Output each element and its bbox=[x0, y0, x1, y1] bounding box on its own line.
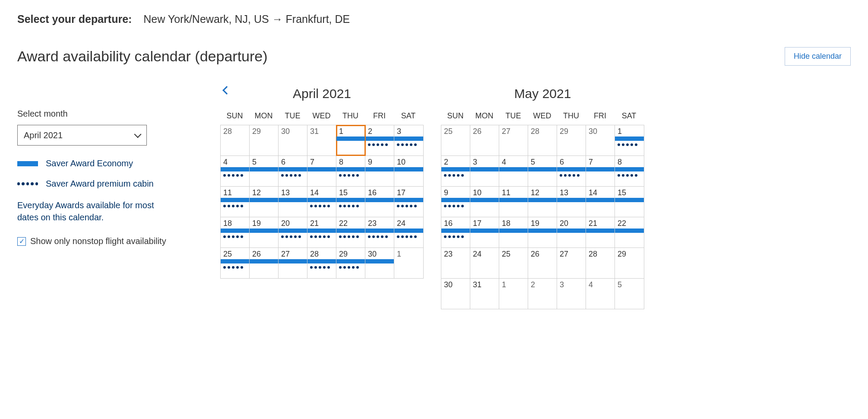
day-number: 26 bbox=[250, 248, 278, 259]
calendar-day[interactable]: 8 bbox=[615, 156, 644, 186]
calendar-day[interactable]: 8 bbox=[336, 156, 365, 186]
calendar-day[interactable]: 19 bbox=[250, 217, 279, 248]
calendar-day[interactable]: 27 bbox=[557, 248, 586, 278]
calendar-day[interactable]: 4 bbox=[221, 156, 250, 186]
calendar-day[interactable]: 13 bbox=[557, 187, 586, 217]
calendar-day[interactable]: 21 bbox=[586, 217, 615, 248]
day-number: 10 bbox=[470, 187, 499, 197]
calendar-title-row: April 2021 bbox=[220, 83, 424, 105]
calendar-day[interactable]: 6 bbox=[557, 156, 586, 186]
calendar-day[interactable]: 17 bbox=[470, 217, 499, 248]
calendar-day[interactable]: 22 bbox=[615, 217, 644, 248]
calendar-day[interactable]: 26 bbox=[528, 248, 557, 278]
calendar-row: 11121314151617 bbox=[221, 187, 423, 217]
day-number: 29 bbox=[250, 125, 278, 136]
calendar-day[interactable]: 5 bbox=[528, 156, 557, 186]
premium-availability-dots bbox=[397, 235, 417, 238]
calendar-day[interactable]: 22 bbox=[336, 217, 365, 248]
dow-header: FRI bbox=[365, 109, 394, 125]
calendar-day[interactable]: 24 bbox=[394, 217, 423, 248]
calendar-day[interactable]: 16 bbox=[441, 217, 470, 248]
calendar-day[interactable]: 25 bbox=[499, 248, 528, 278]
calendar-day[interactable]: 18 bbox=[499, 217, 528, 248]
calendar-day[interactable]: 9 bbox=[365, 156, 394, 186]
calendar-day[interactable]: 29 bbox=[615, 248, 644, 278]
calendar-day[interactable]: 15 bbox=[336, 187, 365, 217]
calendar-day[interactable]: 27 bbox=[279, 248, 307, 278]
calendar-day[interactable]: 30 bbox=[441, 279, 470, 309]
calendar-row: 2526272829301 bbox=[221, 248, 423, 279]
day-number: 25 bbox=[441, 125, 470, 136]
calendar-day[interactable]: 6 bbox=[279, 156, 307, 186]
calendar-day[interactable]: 21 bbox=[307, 217, 336, 248]
calendar-day[interactable]: 2 bbox=[441, 156, 470, 186]
calendar-day[interactable]: 13 bbox=[279, 187, 307, 217]
calendar-day[interactable]: 7 bbox=[307, 156, 336, 186]
calendar-day[interactable]: 24 bbox=[470, 248, 499, 278]
economy-availability-bar bbox=[394, 136, 423, 141]
premium-availability-dots bbox=[339, 266, 359, 269]
calendar-month: May 2021SUNMONTUEWEDTHUFRISAT25262728293… bbox=[441, 83, 644, 309]
day-number: 6 bbox=[557, 156, 586, 167]
calendar-day[interactable]: 11 bbox=[221, 187, 250, 217]
calendar-day[interactable]: 20 bbox=[279, 217, 307, 248]
calendar-day[interactable]: 26 bbox=[250, 248, 279, 278]
calendar-day[interactable]: 9 bbox=[441, 187, 470, 217]
nonstop-filter[interactable]: ✓ Show only nonstop flight availability bbox=[17, 236, 203, 246]
prev-month-button[interactable] bbox=[222, 86, 231, 95]
dow-header: WED bbox=[307, 109, 336, 125]
day-number: 27 bbox=[279, 248, 307, 259]
calendar-day[interactable]: 12 bbox=[528, 187, 557, 217]
day-number: 2 bbox=[441, 156, 470, 167]
day-number: 19 bbox=[250, 217, 278, 228]
calendar-day[interactable]: 23 bbox=[365, 217, 394, 248]
day-number: 4 bbox=[499, 156, 528, 167]
day-number: 25 bbox=[499, 248, 528, 259]
economy-availability-bar bbox=[615, 167, 644, 171]
day-number: 30 bbox=[586, 125, 615, 136]
calendar-day[interactable]: 17 bbox=[394, 187, 423, 217]
day-number: 27 bbox=[557, 248, 586, 259]
hide-calendar-button[interactable]: Hide calendar bbox=[785, 47, 851, 66]
economy-availability-bar bbox=[586, 198, 615, 202]
calendar-day[interactable]: 16 bbox=[365, 187, 394, 217]
calendar-day[interactable]: 5 bbox=[250, 156, 279, 186]
calendar-day[interactable]: 3 bbox=[470, 156, 499, 186]
calendar-day[interactable]: 30 bbox=[365, 248, 394, 278]
calendar-day[interactable]: 18 bbox=[221, 217, 250, 248]
calendar-day[interactable]: 19 bbox=[528, 217, 557, 248]
calendar-day[interactable]: 7 bbox=[586, 156, 615, 186]
calendar-day[interactable]: 4 bbox=[499, 156, 528, 186]
day-number: 23 bbox=[365, 217, 394, 228]
calendar-day[interactable]: 3 bbox=[394, 125, 423, 156]
calendar-day[interactable]: 28 bbox=[586, 248, 615, 278]
month-select[interactable]: April 2021 bbox=[17, 125, 147, 146]
nonstop-label: Show only nonstop flight availability bbox=[30, 236, 166, 246]
calendar-day[interactable]: 1 bbox=[336, 125, 365, 156]
calendar-day[interactable]: 10 bbox=[470, 187, 499, 217]
calendar-day[interactable]: 10 bbox=[394, 156, 423, 186]
economy-availability-bar bbox=[221, 198, 249, 202]
calendar-day[interactable]: 31 bbox=[470, 279, 499, 309]
calendar-day[interactable]: 1 bbox=[615, 125, 644, 156]
calendar-day[interactable]: 20 bbox=[557, 217, 586, 248]
calendar-grid: 2829303112345678910111213141516171819202… bbox=[220, 125, 424, 279]
calendar-day[interactable]: 28 bbox=[307, 248, 336, 278]
dow-header: SUN bbox=[220, 109, 249, 125]
calendar-day: 1 bbox=[394, 248, 423, 278]
day-number: 2 bbox=[365, 125, 394, 136]
calendar-day[interactable]: 14 bbox=[307, 187, 336, 217]
calendar-day: 25 bbox=[441, 125, 470, 156]
calendar-day[interactable]: 23 bbox=[441, 248, 470, 278]
calendar-day[interactable]: 15 bbox=[615, 187, 644, 217]
calendar-day[interactable]: 12 bbox=[250, 187, 279, 217]
nonstop-checkbox[interactable]: ✓ bbox=[17, 237, 26, 246]
premium-availability-dots bbox=[281, 235, 301, 238]
calendar-day[interactable]: 11 bbox=[499, 187, 528, 217]
calendar-day[interactable]: 2 bbox=[365, 125, 394, 156]
economy-availability-bar bbox=[336, 167, 365, 171]
calendar-day[interactable]: 14 bbox=[586, 187, 615, 217]
premium-availability-dots bbox=[310, 205, 330, 207]
calendar-day[interactable]: 25 bbox=[221, 248, 250, 278]
calendar-day[interactable]: 29 bbox=[336, 248, 365, 278]
